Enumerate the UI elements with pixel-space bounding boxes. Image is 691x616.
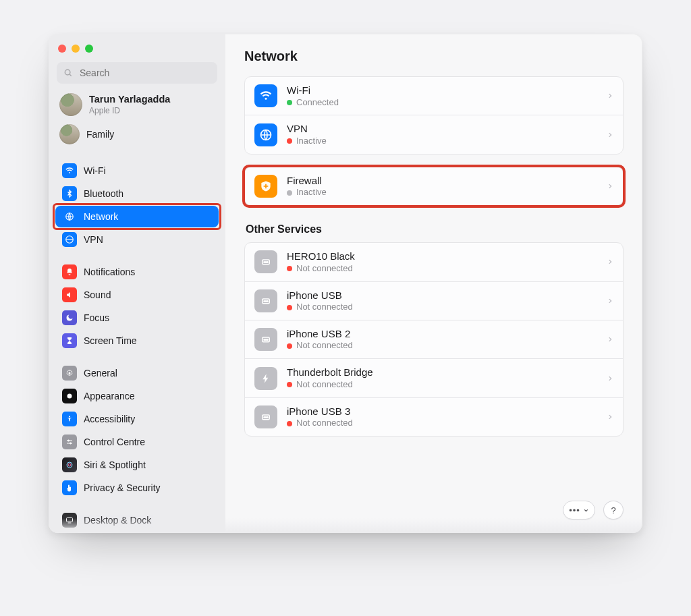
row-wifi[interactable]: Wi-Fi Connected — [245, 77, 623, 115]
status-dot — [287, 266, 292, 271]
search-input[interactable] — [78, 67, 211, 79]
globe-icon — [62, 209, 77, 224]
svg-point-16 — [265, 98, 267, 100]
chevron-right-icon — [607, 412, 613, 422]
svg-point-7 — [69, 416, 70, 418]
chevron-right-icon — [607, 257, 613, 267]
ethernet-icon — [254, 289, 277, 312]
row-iphoneusb[interactable]: iPhone USB Not connected — [245, 281, 623, 320]
row-name: HERO10 Black — [287, 250, 597, 263]
siri-icon — [62, 457, 77, 472]
row-name: Firewall — [287, 174, 597, 188]
row-status: Inactive — [287, 136, 597, 147]
row-thunderbolt[interactable]: Thunderbolt Bridge Not connected — [245, 358, 623, 397]
help-button[interactable]: ? — [603, 501, 624, 520]
row-hero10[interactable]: HERO10 Black Not connected — [245, 243, 623, 281]
row-firewall[interactable]: Firewall Inactive — [245, 167, 623, 205]
close-window-button[interactable] — [58, 45, 66, 53]
sidebar-item-wifi[interactable]: Wi-Fi — [55, 160, 219, 181]
firewall-card: Firewall Inactive — [244, 167, 624, 206]
sidebar-item-label: Sound — [84, 289, 212, 300]
sidebar-item-label: Notifications — [84, 267, 212, 277]
sidebar-item-label: Focus — [84, 312, 212, 323]
sidebar-group-network: Wi-Fi Bluetooth Network — [54, 155, 220, 256]
svg-point-24 — [265, 300, 267, 302]
sidebar: Tarun Yarlagadda Apple ID Family Wi-Fi — [49, 34, 225, 533]
help-icon: ? — [611, 505, 615, 515]
ethernet-icon — [254, 405, 277, 428]
minimize-window-button[interactable] — [72, 45, 80, 53]
sidebar-item-controlcentre[interactable]: Control Centre — [55, 431, 219, 453]
sidebar-item-label: Bluetooth — [84, 188, 212, 199]
row-vpn[interactable]: VPN Inactive — [245, 115, 623, 153]
row-status: Not connected — [287, 340, 597, 352]
other-services-title: Other Services — [246, 223, 622, 235]
sidebar-item-label: Screen Time — [84, 335, 212, 346]
sidebar-item-siri[interactable]: Siri & Spotlight — [55, 454, 219, 476]
sidebar-item-privacy[interactable]: Privacy & Security — [55, 477, 219, 499]
row-status: Not connected — [287, 418, 597, 429]
firewall-icon — [254, 175, 277, 198]
family-row[interactable]: Family — [54, 121, 220, 155]
svg-point-13 — [68, 464, 71, 466]
page-title: Network — [244, 49, 624, 64]
bluetooth-icon — [62, 186, 77, 201]
svg-line-1 — [70, 74, 72, 76]
accessibility-icon — [62, 412, 77, 426]
main-panel: Network Wi-Fi Connected — [225, 34, 642, 533]
sidebar-item-general[interactable]: General — [55, 362, 219, 384]
chevron-right-icon — [607, 181, 613, 191]
row-iphoneusb3[interactable]: iPhone USB 3 Not connected — [245, 397, 623, 436]
svg-point-29 — [267, 339, 269, 341]
appearance-icon — [62, 389, 77, 403]
wifi-icon — [254, 84, 277, 107]
svg-point-28 — [265, 339, 267, 341]
vpn-icon — [254, 123, 277, 146]
svg-point-5 — [69, 372, 71, 374]
row-status: Inactive — [287, 187, 597, 198]
search-field[interactable] — [57, 62, 217, 84]
svg-point-10 — [68, 440, 70, 441]
status-dot — [287, 421, 292, 426]
ethernet-icon — [254, 328, 277, 351]
sidebar-item-accessibility[interactable]: Accessibility — [55, 408, 219, 430]
gear-icon — [62, 366, 77, 381]
status-dot — [287, 190, 292, 196]
settings-window: Tarun Yarlagadda Apple ID Family Wi-Fi — [49, 34, 642, 533]
sidebar-item-label: VPN — [84, 234, 212, 245]
sidebar-item-label: Network — [84, 211, 212, 222]
sidebar-item-label: Siri & Spotlight — [84, 459, 212, 470]
sidebar-item-notifications[interactable]: Notifications — [55, 261, 219, 283]
sidebar-item-sound[interactable]: Sound — [55, 284, 219, 306]
svg-point-0 — [65, 69, 70, 75]
sidebar-item-appearance[interactable]: Appearance — [55, 385, 219, 407]
sidebar-item-bluetooth[interactable]: Bluetooth — [55, 183, 219, 204]
svg-point-31 — [264, 417, 265, 418]
sidebar-group-alerts: Notifications Sound Focus — [54, 256, 220, 357]
svg-point-19 — [264, 262, 265, 263]
row-name: Thunderbolt Bridge — [287, 366, 597, 379]
row-iphoneusb2[interactable]: iPhone USB 2 Not connected — [245, 320, 623, 358]
sidebar-item-label: Control Centre — [84, 437, 212, 447]
svg-point-23 — [264, 300, 265, 302]
svg-point-27 — [264, 339, 265, 341]
avatar — [59, 93, 82, 116]
svg-point-12 — [67, 462, 72, 468]
vpn-icon — [62, 232, 77, 247]
more-menu-button[interactable]: ••• — [563, 501, 595, 520]
apple-id-row[interactable]: Tarun Yarlagadda Apple ID — [54, 93, 220, 116]
chevron-right-icon — [607, 91, 613, 101]
chevron-down-icon — [583, 507, 589, 513]
sliders-icon — [62, 435, 77, 449]
sidebar-item-network[interactable]: Network — [55, 206, 219, 227]
row-name: iPhone USB — [287, 289, 597, 302]
zoom-window-button[interactable] — [85, 45, 93, 53]
sidebar-item-screentime[interactable]: Screen Time — [55, 330, 219, 352]
thunderbolt-icon — [254, 367, 277, 390]
row-status: Connected — [287, 97, 597, 109]
svg-point-21 — [267, 262, 269, 263]
row-status: Not connected — [287, 379, 597, 391]
sidebar-item-focus[interactable]: Focus — [55, 307, 219, 329]
chevron-right-icon — [607, 296, 613, 306]
sidebar-item-vpn[interactable]: VPN — [55, 229, 219, 250]
